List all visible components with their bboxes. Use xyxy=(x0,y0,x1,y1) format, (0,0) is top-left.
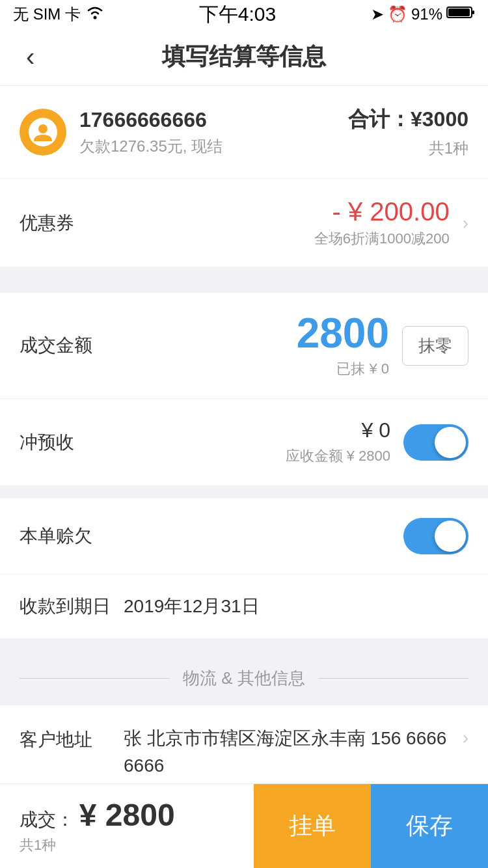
nav-bar: ‹ 填写结算等信息 xyxy=(0,29,488,86)
logistics-divider: 物流 & 其他信息 xyxy=(0,651,488,705)
coupon-desc: 全场6折满1000减200 xyxy=(314,229,450,249)
deal-amount-right: 2800 已抹 ¥ 0 抹零 xyxy=(150,312,468,379)
bottom-deal-amount: ¥ 2800 xyxy=(79,798,175,832)
due-date-label: 收款到期日 xyxy=(20,594,111,619)
total-count: 共1种 xyxy=(348,138,468,159)
status-right: ➤ ⏰ 91% xyxy=(371,5,475,23)
bad-debt-label: 本单赊欠 xyxy=(20,524,403,549)
coupon-row[interactable]: 优惠券 - ¥ 200.00 全场6折满1000减200 › xyxy=(0,178,488,267)
bottom-deal-count: 共1种 xyxy=(20,835,234,855)
coupon-right: - ¥ 200.00 全场6折满1000减200 › xyxy=(98,197,468,249)
prepay-amount-block: ¥ 0 应收金额 ¥ 2800 xyxy=(286,418,390,466)
address-chevron-icon: › xyxy=(463,725,468,748)
status-left: 无 SIM 卡 xyxy=(13,4,104,25)
due-date-value: 2019年12月31日 xyxy=(124,594,260,619)
prepay-label: 冲预收 xyxy=(20,430,150,455)
logistics-line-left xyxy=(20,678,170,679)
sim-icon: 无 SIM 卡 xyxy=(13,4,81,25)
logistics-line-right xyxy=(318,678,468,679)
bottom-bar: 成交： ¥ 2800 共1种 挂单 保存 xyxy=(0,783,488,868)
deal-amount-sub: 已抹 ¥ 0 xyxy=(297,359,389,379)
customer-info: 17666666666 欠款1276.35元, 现结 xyxy=(79,108,348,157)
coupon-label: 优惠券 xyxy=(20,211,98,236)
customer-row: 17666666666 欠款1276.35元, 现结 合计：¥3000 共1种 xyxy=(0,86,488,178)
alarm-icon: ⏰ xyxy=(388,5,407,23)
page-title: 填写结算等信息 xyxy=(162,41,326,73)
total-value: ¥3000 xyxy=(411,107,468,131)
svg-point-4 xyxy=(38,124,47,133)
due-date-row: 收款到期日 2019年12月31日 xyxy=(0,574,488,638)
coupon-chevron-icon: › xyxy=(463,213,468,234)
battery-icon xyxy=(446,5,475,23)
customer-section: 17666666666 欠款1276.35元, 现结 合计：¥3000 共1种 … xyxy=(0,86,488,267)
deal-amount-value: 2800 xyxy=(297,312,389,354)
svg-point-0 xyxy=(94,16,97,20)
prepay-toggle[interactable] xyxy=(403,424,468,461)
prepay-receivable: 应收金额 ¥ 2800 xyxy=(286,446,390,466)
bad-debt-section: 本单赊欠 收款到期日 2019年12月31日 xyxy=(0,498,488,638)
battery-text: 91% xyxy=(411,5,442,23)
coupon-amount-block: - ¥ 200.00 全场6折满1000减200 xyxy=(314,197,450,249)
status-bar: 无 SIM 卡 下午4:03 ➤ ⏰ 91% xyxy=(0,0,488,29)
deal-amount-block: 2800 已抹 ¥ 0 xyxy=(297,312,389,379)
bottom-deal-line: 成交： ¥ 2800 xyxy=(20,797,234,833)
divider-1 xyxy=(0,280,488,293)
prepay-amount-value: ¥ 0 xyxy=(286,418,390,442)
status-time: 下午4:03 xyxy=(199,1,276,28)
wifi-icon xyxy=(86,5,104,23)
svg-rect-3 xyxy=(472,10,474,14)
deal-amount-label: 成交金额 xyxy=(20,333,150,358)
hold-button[interactable]: 挂单 xyxy=(254,784,371,869)
prepay-right: ¥ 0 应收金额 ¥ 2800 xyxy=(150,418,468,466)
address-value: 张 北京市市辖区海淀区永丰南 156 6666 6666 xyxy=(124,725,456,780)
coupon-discount: - ¥ 200.00 xyxy=(314,197,450,226)
customer-debt: 欠款1276.35元, 现结 xyxy=(79,136,348,157)
form-section: 成交金额 2800 已抹 ¥ 0 抹零 冲预收 ¥ 0 应收金额 ¥ 2800 xyxy=(0,293,488,485)
customer-phone: 17666666666 xyxy=(79,108,348,132)
bad-debt-toggle[interactable] xyxy=(403,518,468,554)
location-icon: ➤ xyxy=(371,5,384,23)
total-amount: 合计：¥3000 xyxy=(348,105,468,134)
total-label: 合计： xyxy=(348,107,411,131)
bad-debt-row: 本单赊欠 xyxy=(0,498,488,574)
divider-2 xyxy=(0,485,488,498)
logistics-label: 物流 & 其他信息 xyxy=(183,667,305,690)
save-button[interactable]: 保存 xyxy=(371,784,488,869)
avatar xyxy=(20,109,66,156)
bottom-deal-label: 成交： xyxy=(20,809,74,830)
back-button[interactable]: ‹ xyxy=(20,36,41,78)
round-zero-button[interactable]: 抹零 xyxy=(402,326,468,366)
address-label: 客户地址 xyxy=(20,725,124,752)
main-content: 17666666666 欠款1276.35元, 现结 合计：¥3000 共1种 … xyxy=(0,86,488,868)
deal-amount-row: 成交金额 2800 已抹 ¥ 0 抹零 xyxy=(0,293,488,399)
avatar-icon xyxy=(29,118,57,146)
svg-rect-2 xyxy=(448,8,470,16)
customer-total: 合计：¥3000 共1种 xyxy=(348,105,468,159)
prepay-row: 冲预收 ¥ 0 应收金额 ¥ 2800 xyxy=(0,399,488,485)
bottom-summary: 成交： ¥ 2800 共1种 xyxy=(0,797,254,855)
